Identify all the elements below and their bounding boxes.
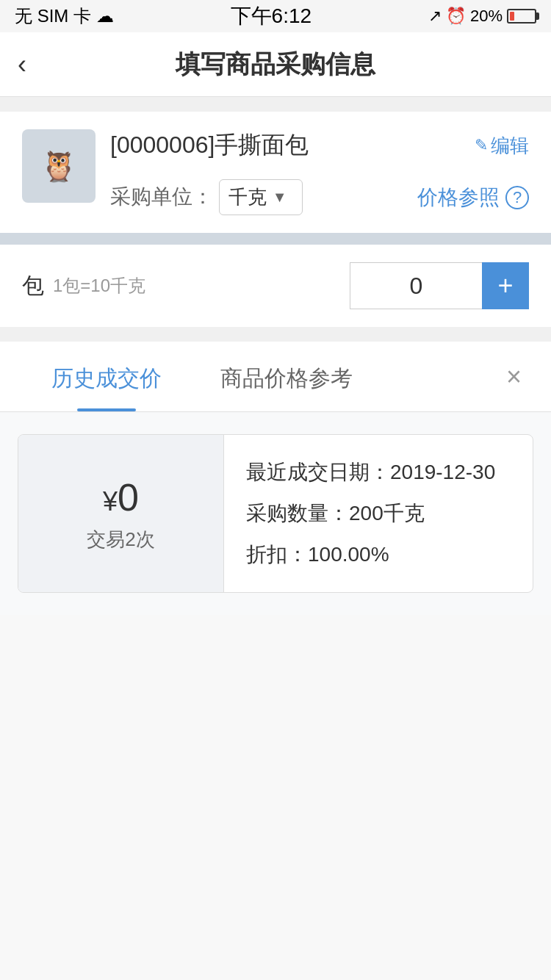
tab-history-price-label: 历史成交价 bbox=[51, 366, 162, 390]
quantity-plus-button[interactable]: + bbox=[482, 262, 529, 309]
recent-date-row: 最近成交日期：2019-12-30 bbox=[246, 457, 511, 488]
quantity-row-detail: 采购数量：200千克 bbox=[246, 498, 511, 529]
product-info: [0000006]手撕面包 ✎ 编辑 采购单位： 千克 ▼ 价格参照 ? bbox=[110, 129, 529, 215]
tabs-list: 历史成交价 商品价格参考 bbox=[22, 342, 382, 411]
unit-dropdown-icon: ▼ bbox=[273, 189, 287, 206]
content-area bbox=[0, 615, 551, 980]
history-price-panel: ¥0 交易2次 bbox=[18, 435, 224, 592]
recent-date-label: 最近成交日期： bbox=[246, 461, 390, 483]
status-right: ↗ ⏰ 20% bbox=[428, 7, 536, 26]
sim-label: 无 SIM 卡 ☁ bbox=[15, 4, 114, 28]
product-header: [0000006]手撕面包 ✎ 编辑 bbox=[110, 129, 529, 162]
tab-product-price-ref-label: 商品价格参考 bbox=[220, 366, 353, 390]
edit-label: 编辑 bbox=[491, 133, 529, 159]
tab-history-price[interactable]: 历史成交价 bbox=[22, 342, 191, 411]
tabs-section: 历史成交价 商品价格参考 × ¥0 交易2次 最近成交日期：2019-12-30… bbox=[0, 342, 551, 980]
currency-symbol: ¥ bbox=[103, 486, 118, 516]
quantity-input-group: + bbox=[350, 262, 529, 309]
tabs-header: 历史成交价 商品价格参考 × bbox=[0, 342, 551, 412]
product-name: [0000006]手撕面包 bbox=[110, 129, 309, 162]
unit-label: 采购单位： bbox=[110, 185, 213, 208]
tab-close-button[interactable]: × bbox=[499, 354, 529, 400]
quantity-label-group: 包 1包=10千克 bbox=[22, 271, 145, 301]
price-ref-label: 价格参照 bbox=[417, 184, 500, 212]
edit-icon: ✎ bbox=[475, 136, 488, 155]
product-card: 🦉 [0000006]手撕面包 ✎ 编辑 采购单位： 千克 ▼ 价格参照 ? bbox=[0, 112, 551, 233]
discount-row: 折扣：100.00% bbox=[246, 539, 511, 570]
quantity-row: 包 1包=10千克 + bbox=[0, 245, 551, 327]
unit-conversion: 1包=10千克 bbox=[53, 274, 145, 298]
quantity-detail-value: 200千克 bbox=[349, 502, 425, 525]
price-ref-help-icon: ? bbox=[505, 186, 529, 209]
tab-product-price-ref[interactable]: 商品价格参考 bbox=[191, 342, 382, 411]
alarm-icon: ⏰ bbox=[446, 7, 466, 26]
unit-value: 千克 bbox=[228, 184, 267, 210]
unit-group: 采购单位： 千克 ▼ bbox=[110, 179, 303, 215]
section-divider bbox=[0, 233, 551, 245]
price-ref-button[interactable]: 价格参照 ? bbox=[417, 184, 529, 212]
recent-date-value: 2019-12-30 bbox=[390, 461, 495, 483]
history-details-panel: 最近成交日期：2019-12-30 采购数量：200千克 折扣：100.00% bbox=[224, 435, 533, 592]
battery-indicator bbox=[507, 9, 536, 24]
discount-value: 100.00% bbox=[308, 543, 389, 566]
price-amount: 0 bbox=[118, 476, 139, 519]
status-time: 下午6:12 bbox=[231, 2, 312, 30]
history-card: ¥0 交易2次 最近成交日期：2019-12-30 采购数量：200千克 折扣：… bbox=[18, 434, 533, 593]
product-unit-row: 采购单位： 千克 ▼ 价格参照 ? bbox=[110, 179, 529, 215]
quantity-detail-label: 采购数量： bbox=[246, 502, 349, 525]
page-title: 填写商品采购信息 bbox=[176, 48, 375, 82]
history-trades: 交易2次 bbox=[87, 527, 154, 552]
battery-percent: 20% bbox=[470, 7, 503, 26]
unit-badge: 包 bbox=[22, 271, 44, 301]
edit-button[interactable]: ✎ 编辑 bbox=[475, 133, 529, 159]
unit-select[interactable]: 千克 ▼ bbox=[219, 179, 303, 215]
location-icon: ↗ bbox=[428, 7, 442, 26]
back-button[interactable]: ‹ bbox=[18, 49, 26, 80]
status-left: 无 SIM 卡 ☁ bbox=[15, 4, 114, 28]
status-bar: 无 SIM 卡 ☁ 下午6:12 ↗ ⏰ 20% bbox=[0, 0, 551, 32]
history-price-value: ¥0 bbox=[103, 475, 139, 519]
nav-bar: ‹ 填写商品采购信息 bbox=[0, 32, 551, 97]
product-thumbnail-icon: 🦉 bbox=[40, 149, 77, 184]
product-image: 🦉 bbox=[22, 129, 96, 203]
quantity-input[interactable] bbox=[350, 262, 482, 309]
discount-label: 折扣： bbox=[246, 543, 308, 566]
